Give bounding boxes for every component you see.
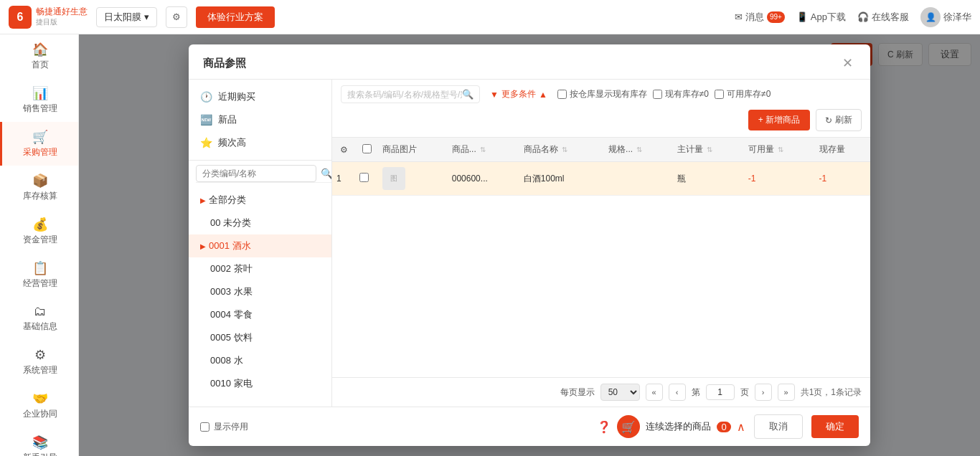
quick-label-frequent: 频次高 [218,136,246,149]
filter-label: 更多条件 [501,88,536,100]
phone-icon: 📱 [796,11,808,22]
cart-button[interactable]: 🛒 [617,415,640,438]
cat-item-0008[interactable]: 0008 水 [189,349,331,372]
cat-item-00[interactable]: 00 未分类 [189,212,331,234]
page-number-input[interactable] [706,384,735,400]
modal-overlay: 商品参照 ✕ 🕐 近期购买 [79,34,980,456]
show-disabled-checkbox-item[interactable]: 显示停用 [200,421,248,433]
app-download-item[interactable]: 📱 App下载 [796,11,846,24]
sidebar-label-enterprise: 企业协同 [23,408,57,420]
settings-icon[interactable]: ⚙ [166,6,187,28]
message-label: 消息 [745,11,764,24]
app-download-label: App下载 [811,11,846,24]
cell-available: -1 [744,162,815,196]
warehouse-checkbox-item[interactable]: 按仓库显示现有库存 [557,88,647,100]
sidebar-item-purchase[interactable]: 🛒 采购管理 [0,122,78,166]
page-total-info: 共1页，1条记录 [801,386,862,399]
sidebar-item-inventory[interactable]: 📦 库存核算 [0,166,78,209]
sidebar-item-basic[interactable]: 🗂 基础信息 [0,297,78,340]
col-header-check [355,138,378,162]
modal-close-button[interactable]: ✕ [839,54,856,72]
cell-spec [604,162,673,196]
show-disabled-checkbox[interactable] [200,422,209,432]
online-service-item[interactable]: 🎧 在线客服 [857,11,909,24]
col-header-gear: ⚙ [332,138,355,162]
store-selector[interactable]: 日太阳膜 ▾ [96,7,157,27]
modal-header: 商品参照 ✕ [189,44,870,80]
table-toolbar: 🔍 ▼ 更多条件 ▲ 按仓库显示现有库存 [332,80,870,138]
available-stock-checkbox[interactable] [715,90,724,99]
cat-item-0002[interactable]: 0002 茶叶 [189,257,331,280]
guide-icon: 📚 [32,434,48,450]
cat-arrow-0001: ▶ [200,242,206,250]
product-table-wrap: ⚙ 商品图片 商品... ⇅ 商品名称 ⇅ 规格... ⇅ 主计量 ⇅ 可用量 … [332,138,870,377]
cat-item-0005[interactable]: 0005 饮料 [189,326,331,349]
modal-title: 商品参照 [203,57,246,70]
select-all-checkbox[interactable] [362,144,372,153]
product-search-input[interactable] [347,90,462,100]
warehouse-checkbox[interactable] [557,90,567,99]
prev-page-button[interactable]: ‹ [669,384,686,401]
first-page-button[interactable]: « [646,384,663,401]
existing-stock-checkbox-item[interactable]: 现有库存≠0 [653,88,709,100]
gear-icon[interactable]: ⚙ [340,145,348,155]
sidebar-item-finance[interactable]: 💰 资金管理 [0,209,78,253]
sidebar-label-inventory: 库存核算 [23,190,57,202]
sidebar-item-system[interactable]: ⚙ 系统管理 [0,340,78,384]
help-icon[interactable]: ❓ [597,420,611,434]
pagination: 每页显示 50 10 20 100 « ‹ 第 页 [332,377,870,407]
cell-code: 000600... [448,162,519,196]
cat-item-0004[interactable]: 0004 零食 [189,303,331,326]
quick-item-recent[interactable]: 🕐 近期购买 [189,85,331,108]
product-image: 图 [382,167,405,190]
page-suffix: 页 [740,386,749,399]
trial-button[interactable]: 体验行业方案 [196,6,275,28]
category-search-icon[interactable]: 🔍 [321,168,332,179]
row-checkbox[interactable] [359,173,369,182]
product-search-wrap: 🔍 [341,85,480,103]
logo-icon: 6 [9,6,32,29]
sidebar-item-enterprise[interactable]: 🤝 企业协同 [0,384,78,427]
cart-collapse-button[interactable]: ∧ [737,420,745,434]
last-page-button[interactable]: » [778,384,795,401]
cat-item-0003[interactable]: 0003 水果 [189,280,331,303]
available-stock-checkbox-item[interactable]: 可用库存≠0 [715,88,771,100]
basic-icon: 🗂 [34,304,47,319]
new-icon: 🆕 [200,114,212,125]
existing-stock-checkbox[interactable] [653,90,662,99]
col-header-image: 商品图片 [378,138,448,162]
add-product-button[interactable]: + 新增商品 [748,110,810,130]
sidebar-item-sales[interactable]: 📊 销售管理 [0,78,78,122]
cat-item-0001[interactable]: ▶ 0001 酒水 [189,234,331,257]
cancel-button[interactable]: 取消 [754,414,803,439]
sidebar-label-finance: 资金管理 [23,234,57,246]
page-size-select[interactable]: 50 10 20 100 [600,384,640,401]
finance-icon: 💰 [32,217,48,232]
product-reference-modal: 商品参照 ✕ 🕐 近期购买 [189,44,870,446]
cat-label-0005: 0005 饮料 [210,331,253,344]
message-item[interactable]: ✉ 消息 99+ [735,11,785,24]
cat-item-all[interactable]: ▶ 全部分类 [189,189,331,212]
quick-item-new[interactable]: 🆕 新品 [189,108,331,131]
next-page-button[interactable]: › [755,384,772,401]
category-search-row: 🔍 [196,165,332,183]
sidebar-item-operations[interactable]: 📋 经营管理 [0,253,78,297]
online-service-label: 在线客服 [872,11,909,24]
table-row[interactable]: 1 图 000600... 白酒100ml 瓶 [332,162,870,196]
more-filter-button[interactable]: ▼ 更多条件 ▲ [486,85,552,103]
quick-item-frequent[interactable]: ⭐ 频次高 [189,131,331,154]
cart-area: ❓ 🛒 连续选择的商品 0 ∧ [597,415,745,438]
home-icon: 🏠 [32,42,48,57]
cat-item-0010[interactable]: 0010 家电 [189,372,331,395]
content-area: 查询 C 刷新 设置 商品参照 ✕ [79,34,980,456]
confirm-button[interactable]: 确定 [811,415,859,438]
refresh-table-button[interactable]: ↻ 刷新 [816,109,862,131]
product-search-icon[interactable]: 🔍 [462,89,473,100]
nav-right: ✉ 消息 99+ 📱 App下载 🎧 在线客服 👤 徐泽华 [735,7,971,27]
col-header-stock: 现存量 [815,138,870,162]
sidebar-item-guide[interactable]: 📚 新手引导 [0,427,78,456]
category-search-input[interactable] [196,165,316,182]
user-item[interactable]: 👤 徐泽华 [920,7,971,27]
sidebar-item-home[interactable]: 🏠 首页 [0,34,78,78]
cat-label-0001: 0001 酒水 [209,239,251,252]
